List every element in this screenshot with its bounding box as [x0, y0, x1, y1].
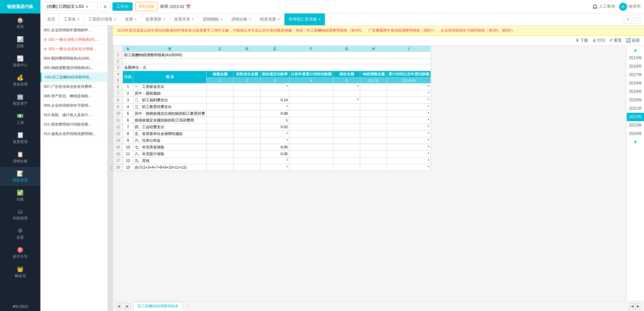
form-item-007[interactable]: 007-广告宣传和业务宣传费明...	[40, 82, 107, 92]
col-c-val[interactable]	[207, 90, 234, 97]
col-e-val[interactable]: 1	[261, 117, 290, 124]
col-g-val[interactable]	[333, 157, 360, 164]
col-h-val[interactable]	[360, 83, 387, 90]
col-h-val[interactable]	[360, 103, 387, 110]
sidebar-item-guide[interactable]: 🎯 新手引导	[0, 243, 40, 263]
row-label[interactable]: 其中：股权激励	[133, 90, 207, 97]
col-g-val[interactable]: *	[333, 97, 360, 103]
col-e-val[interactable]: 0.05	[261, 150, 290, 157]
row-label[interactable]: 二、职工福利费支出	[133, 97, 207, 103]
year-2023[interactable]: 2023年	[627, 121, 644, 130]
col-h-val[interactable]	[360, 130, 387, 137]
support-btn[interactable]: 🎧 人工客询	[592, 4, 615, 9]
refresh-btn[interactable]: 🔄 刷新	[626, 38, 640, 43]
row-seq[interactable]: 2	[123, 90, 133, 97]
col-c-val[interactable]	[207, 124, 234, 130]
year-2017[interactable]: 2017年	[627, 71, 644, 79]
sheet-area[interactable]: A B C D E F G H I	[113, 46, 626, 301]
tab-close-icon[interactable]: ✕	[220, 18, 223, 21]
sidebar-item-close[interactable]: ✅ 结账	[0, 186, 40, 205]
col-i-val[interactable]: *	[387, 103, 431, 110]
user-info[interactable]: 徐 徐泽华	[619, 3, 641, 11]
col-f-val[interactable]	[290, 83, 333, 90]
sidebar-item-ledger[interactable]: 📊 总账	[0, 33, 40, 52]
col-c-val[interactable]	[207, 144, 234, 150]
tab-audit[interactable]: 进销稽核 ✕	[199, 13, 227, 26]
download-btn[interactable]: ⬇ 下载	[576, 38, 588, 43]
col-g-val[interactable]	[333, 150, 360, 157]
row-label[interactable]: 九、其他	[133, 157, 207, 164]
sidebar-item-home[interactable]: 🏠 首页	[0, 13, 40, 33]
row-seq[interactable]: 1	[123, 83, 133, 90]
sidebar-item-invoice[interactable]: 🧾 发票管理	[0, 129, 40, 148]
tabs-close-all-btn[interactable]: ✕	[624, 15, 632, 24]
sheet-tab-scroll-right[interactable]: ▶	[635, 303, 641, 309]
col-f-val[interactable]	[290, 97, 333, 103]
row-label[interactable]: 五、各类基本社会保障性缴款	[133, 130, 207, 137]
col-f-val[interactable]	[290, 164, 333, 171]
col-c-val[interactable]	[207, 110, 234, 117]
tab-close-icon[interactable]: ✕	[77, 18, 80, 21]
col-d-val[interactable]	[234, 117, 261, 124]
tab-invoice-issue[interactable]: 发票开具 ✕	[170, 13, 199, 26]
row-label[interactable]: 三、职工教育经费支出	[133, 103, 207, 110]
col-d-val[interactable]	[234, 144, 261, 150]
print-btn[interactable]: 🖨 打印	[592, 38, 605, 43]
sidebar-item-settings[interactable]: ⚙ 设置	[0, 224, 40, 243]
col-d-val[interactable]	[234, 83, 261, 90]
col-i-val[interactable]: *	[387, 144, 431, 150]
col-f-val[interactable]	[290, 150, 333, 157]
col-g-val[interactable]	[333, 137, 360, 144]
row-label[interactable]: 七、补充养老保险	[133, 144, 207, 150]
col-f-val[interactable]	[290, 90, 333, 97]
row-label[interactable]: 一、工资薪金支出	[133, 83, 207, 90]
col-g-val[interactable]: *	[333, 83, 360, 90]
col-h-val[interactable]	[360, 110, 387, 117]
col-h-val[interactable]	[360, 97, 387, 103]
col-f-val[interactable]	[290, 130, 333, 137]
tab-invoice[interactable]: 发票 ✕	[121, 13, 141, 26]
col-d-val[interactable]	[234, 97, 261, 103]
col-i-val[interactable]: *	[387, 164, 431, 171]
col-f-val[interactable]	[290, 110, 333, 117]
col-g-val[interactable]	[333, 103, 360, 110]
row-label[interactable]: 六、住房公积金	[133, 137, 207, 144]
col-i-val[interactable]: *	[387, 110, 431, 117]
year-nav-up-btn[interactable]: ▲	[627, 46, 644, 54]
year-2015[interactable]: 2015年	[627, 54, 644, 62]
col-i-val[interactable]: *	[387, 117, 431, 124]
col-e-val[interactable]: *	[261, 157, 290, 164]
tab-salary-report[interactable]: 工资统计报表 ✕	[84, 13, 121, 26]
col-i-val[interactable]: *	[387, 130, 431, 137]
col-c-val[interactable]	[207, 83, 234, 90]
col-c-val[interactable]	[207, 130, 234, 137]
col-i-val[interactable]: *	[387, 150, 431, 157]
row-seq[interactable]: 3	[123, 97, 133, 103]
col-i-val[interactable]: *	[387, 157, 431, 164]
sheet-scroll-left-btn[interactable]: ◀	[116, 303, 122, 309]
col-f-val[interactable]	[290, 124, 333, 130]
row-seq[interactable]: 10	[123, 144, 133, 150]
col-e-val[interactable]: *	[261, 103, 290, 110]
col-c-val[interactable]	[207, 164, 234, 171]
sidebar-item-fund[interactable]: 💰 资金管理	[0, 71, 40, 90]
tab-close-icon[interactable]: ✕	[192, 18, 194, 21]
col-e-val[interactable]: 0.08	[261, 110, 290, 117]
year-2024[interactable]: 2024年	[627, 130, 644, 138]
col-c-val[interactable]	[207, 117, 234, 124]
col-d-val[interactable]	[234, 110, 261, 117]
col-d-val[interactable]	[234, 150, 261, 157]
form-item-009[interactable]: 009-企业所得税弥补亏损明...	[40, 101, 107, 110]
tab-tax-list[interactable]: 税表清册 ✕	[256, 13, 284, 26]
col-f-val[interactable]	[290, 157, 333, 164]
col-c-val[interactable]	[207, 97, 234, 103]
tab-close-icon[interactable]: ✕	[277, 18, 280, 21]
col-f-val[interactable]	[290, 117, 333, 124]
reset-btn[interactable]: ↺ 重置	[609, 38, 622, 43]
col-h-val[interactable]	[360, 144, 387, 150]
col-h-val[interactable]	[360, 117, 387, 124]
col-h-val[interactable]	[360, 157, 387, 164]
tab-home[interactable]: 首页	[43, 13, 60, 26]
row-label[interactable]: 八、补充医疗保险	[133, 150, 207, 157]
col-e-val[interactable]: 0.05	[261, 144, 290, 150]
